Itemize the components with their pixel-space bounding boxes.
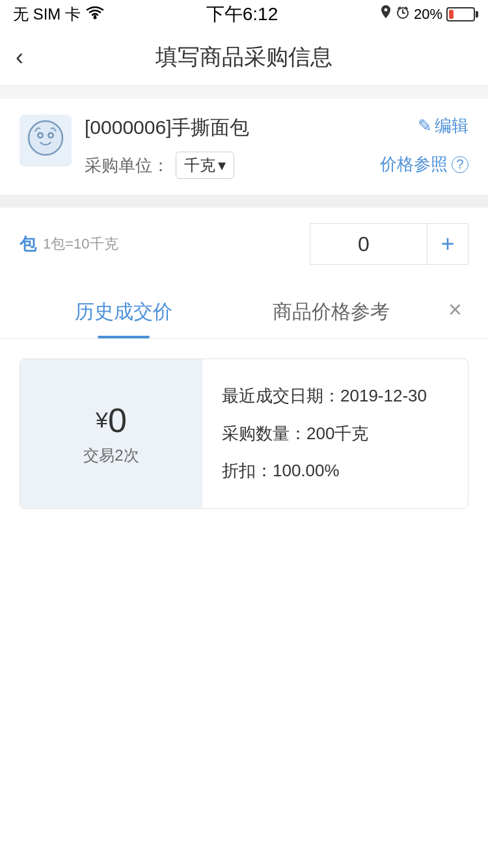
quantity-controls: + — [310, 223, 468, 265]
tab-history-price[interactable]: 历史成交价 — [20, 280, 227, 338]
product-card: [0000006]手撕面包 采购单位： 千克 ▾ ✎ 编辑 价格参照 ? — [0, 99, 488, 195]
edit-button[interactable]: ✎ 编辑 — [418, 115, 468, 137]
svg-point-9 — [39, 134, 42, 137]
product-thumbnail — [20, 115, 72, 167]
product-image-icon — [27, 120, 64, 162]
tab-content: ¥0 交易2次 最近成交日期：2019-12-30 采购数量：200千克 折扣：… — [0, 339, 488, 528]
tab-product-price-ref[interactable]: 商品价格参考 — [227, 280, 435, 338]
bottom-area — [0, 528, 488, 868]
svg-point-10 — [49, 134, 52, 137]
right-col: ✎ 编辑 价格参照 ? — [380, 115, 468, 176]
back-button[interactable]: ‹ — [16, 44, 23, 71]
detail-date: 最近成交日期：2019-12-30 — [222, 383, 448, 410]
unit-hint: 1包=10千克 — [43, 234, 118, 254]
product-info: [0000006]手撕面包 采购单位： 千克 ▾ — [85, 115, 249, 179]
svg-point-6 — [29, 121, 62, 155]
price-ref-button[interactable]: 价格参照 ? — [380, 153, 468, 176]
product-name: [0000006]手撕面包 — [85, 115, 249, 141]
tabs-header: 历史成交价 商品价格参考 × — [0, 280, 488, 339]
discount-value: 100.00% — [273, 461, 340, 480]
help-icon: ? — [452, 156, 468, 173]
price-value: 0 — [108, 401, 127, 439]
history-left: ¥0 交易2次 — [20, 359, 202, 508]
qty-label: 采购数量： — [222, 424, 306, 443]
battery-percent: 20% — [414, 6, 442, 23]
history-right: 最近成交日期：2019-12-30 采购数量：200千克 折扣：100.00% — [202, 359, 468, 508]
edit-icon: ✎ — [418, 116, 432, 136]
unit-select[interactable]: 千克 ▾ — [176, 152, 234, 179]
detail-qty: 采购数量：200千克 — [222, 420, 448, 448]
carrier-text: 无 SIM 卡 — [13, 4, 81, 25]
discount-label: 折扣： — [222, 461, 273, 480]
status-time: 下午6:12 — [206, 2, 278, 27]
unit-label: 采购单位： — [85, 154, 169, 177]
date-value: 2019-12-30 — [340, 386, 427, 405]
close-tab-button[interactable]: × — [442, 290, 468, 330]
product-unit-row: 采购单位： 千克 ▾ — [85, 152, 249, 179]
status-left: 无 SIM 卡 — [13, 4, 104, 25]
page-title: 填写商品采购信息 — [156, 42, 332, 72]
history-price: ¥0 — [96, 401, 127, 440]
currency-symbol: ¥ — [96, 407, 108, 433]
nav-bar: ‹ 填写商品采购信息 — [0, 29, 488, 86]
qty-value: 200千克 — [306, 424, 368, 443]
trades-count: 交易2次 — [83, 445, 139, 466]
dropdown-arrow-icon: ▾ — [218, 156, 226, 174]
alarm-icon — [396, 5, 410, 23]
wifi-icon — [86, 5, 104, 23]
package-icon: 包 — [20, 233, 36, 256]
quantity-label: 包 1包=10千克 — [20, 233, 118, 256]
date-label: 最近成交日期： — [222, 386, 340, 405]
location-icon — [380, 5, 392, 23]
tabs-panel: 历史成交价 商品价格参考 × ¥0 交易2次 最近成交日期：2019-12-30… — [0, 280, 488, 528]
battery-icon — [446, 7, 475, 21]
plus-button[interactable]: + — [427, 223, 468, 265]
quantity-input[interactable] — [310, 223, 427, 265]
svg-point-0 — [94, 16, 97, 20]
quantity-row: 包 1包=10千克 + — [0, 208, 488, 280]
status-right: 20% — [380, 5, 475, 23]
status-bar: 无 SIM 卡 下午6:12 20 — [0, 0, 488, 29]
detail-discount: 折扣：100.00% — [222, 457, 448, 485]
section-divider — [0, 195, 488, 208]
history-card: ¥0 交易2次 最近成交日期：2019-12-30 采购数量：200千克 折扣：… — [20, 359, 468, 509]
